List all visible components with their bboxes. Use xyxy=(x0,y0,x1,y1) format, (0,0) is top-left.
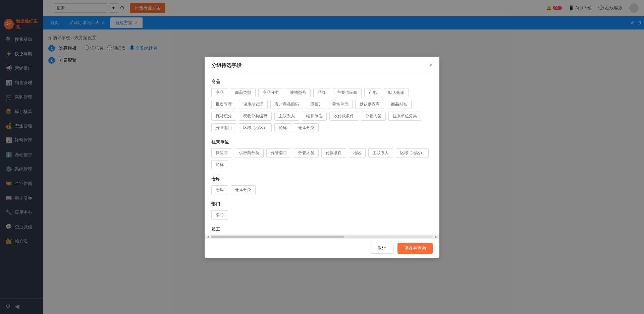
field-tag-product-19[interactable]: 收付款条件 xyxy=(329,112,358,121)
section-product: 商品商品商品类型商品分类规格型号品牌主要供应商产地默认仓库批次管理保质期管理客户… xyxy=(211,79,433,132)
field-tag-product-21[interactable]: 往来单位分类 xyxy=(388,112,421,121)
field-tag-product-25[interactable]: 仓库分类 xyxy=(294,123,319,132)
field-grid-department: 部门 xyxy=(211,210,433,219)
field-tag-product-9[interactable]: 保质期管理 xyxy=(239,100,268,109)
section-partner: 往来单位供应商供应商分类分管部门分管人员付款条件地区主联系人区域（地区）简称 xyxy=(211,139,433,169)
field-tag-product-3[interactable]: 规格型号 xyxy=(286,88,311,97)
field-grid-warehouse: 仓库仓库分类 xyxy=(211,185,433,194)
field-tag-product-22[interactable]: 分管部门 xyxy=(211,123,236,132)
field-tag-product-20[interactable]: 分管人员 xyxy=(361,112,386,121)
field-tag-product-7[interactable]: 默认仓库 xyxy=(384,88,409,97)
confirm-button[interactable]: 保存并查询 xyxy=(397,243,433,254)
field-tag-product-13[interactable]: 默认供应商 xyxy=(355,100,384,109)
field-tag-product-24[interactable]: 简称 xyxy=(274,123,291,132)
field-tag-partner-4[interactable]: 付款条件 xyxy=(321,148,346,158)
field-grid-product: 商品商品类型商品分类规格型号品牌主要供应商产地默认仓库批次管理保质期管理客户商品… xyxy=(211,88,433,132)
modal-header: 分组待选字段 × xyxy=(205,57,439,73)
field-tag-partner-1[interactable]: 供应商分类 xyxy=(235,148,264,158)
section-title-employee: 员工 xyxy=(211,226,433,232)
scroll-left-arrow[interactable]: ◀ xyxy=(205,235,211,239)
scroll-thumb xyxy=(211,236,344,238)
section-warehouse: 仓库仓库仓库分类 xyxy=(211,176,433,194)
field-tag-product-0[interactable]: 商品 xyxy=(211,88,228,97)
field-tag-product-1[interactable]: 商品类型 xyxy=(231,88,256,97)
modal-overlay: 分组待选字段 × 商品商品商品类型商品分类规格型号品牌主要供应商产地默认仓库批次… xyxy=(0,0,644,314)
field-tag-product-17[interactable]: 主联系人 xyxy=(274,112,299,121)
horizontal-scrollbar[interactable]: ◀ ▶ xyxy=(205,235,439,239)
field-tag-partner-2[interactable]: 分管部门 xyxy=(266,148,291,158)
field-tag-partner-0[interactable]: 供应商 xyxy=(211,148,232,158)
modal-body: 商品商品商品类型商品分类规格型号品牌主要供应商产地默认仓库批次管理保质期管理客户… xyxy=(205,73,439,235)
field-tag-product-15[interactable]: 拣货积分 xyxy=(211,112,236,121)
field-tag-product-2[interactable]: 商品分类 xyxy=(258,88,283,97)
section-title-product: 商品 xyxy=(211,79,433,85)
field-tag-warehouse-1[interactable]: 仓库分类 xyxy=(231,185,256,194)
field-tag-product-23[interactable]: 区域（地区） xyxy=(239,123,272,132)
field-grid-partner: 供应商供应商分类分管部门分管人员付款条件地区主联系人区域（地区）简称 xyxy=(211,148,433,169)
field-tag-department-0[interactable]: 部门 xyxy=(211,210,228,219)
section-title-partner: 往来单位 xyxy=(211,139,433,145)
field-tag-warehouse-0[interactable]: 仓库 xyxy=(211,185,228,194)
field-tag-product-12[interactable]: 零售单位 xyxy=(328,100,353,109)
field-tag-product-16[interactable]: 税收分类编码 xyxy=(239,112,272,121)
field-tag-partner-8[interactable]: 简称 xyxy=(211,160,228,169)
modal-close-icon[interactable]: × xyxy=(429,62,433,69)
field-tag-product-5[interactable]: 主要供应商 xyxy=(333,88,362,97)
field-tag-product-11[interactable]: 重量3 xyxy=(306,100,325,109)
modal-footer: 取消 保存并查询 xyxy=(205,239,439,258)
cancel-button[interactable]: 取消 xyxy=(371,243,393,254)
section-title-department: 部门 xyxy=(211,201,433,207)
modal: 分组待选字段 × 商品商品商品类型商品分类规格型号品牌主要供应商产地默认仓库批次… xyxy=(205,57,439,258)
field-tag-product-4[interactable]: 品牌 xyxy=(313,88,330,97)
field-tag-product-6[interactable]: 产地 xyxy=(364,88,381,97)
field-tag-product-14[interactable]: 商品别名 xyxy=(387,100,412,109)
modal-title: 分组待选字段 xyxy=(211,62,241,69)
scroll-right-arrow[interactable]: ▶ xyxy=(433,235,439,239)
section-department: 部门部门 xyxy=(211,201,433,219)
field-tag-partner-7[interactable]: 区域（地区） xyxy=(396,148,429,158)
field-tag-partner-3[interactable]: 分管人员 xyxy=(294,148,319,158)
scroll-track xyxy=(211,236,433,238)
section-employee: 员工业务员 xyxy=(211,226,433,235)
field-tag-product-10[interactable]: 客户商品编码 xyxy=(270,100,303,109)
field-tag-product-8[interactable]: 批次管理 xyxy=(211,100,236,109)
section-title-warehouse: 仓库 xyxy=(211,176,433,182)
field-tag-product-18[interactable]: 结算单位 xyxy=(302,112,327,121)
field-tag-partner-5[interactable]: 地区 xyxy=(349,148,366,158)
field-tag-partner-6[interactable]: 主联系人 xyxy=(368,148,393,158)
